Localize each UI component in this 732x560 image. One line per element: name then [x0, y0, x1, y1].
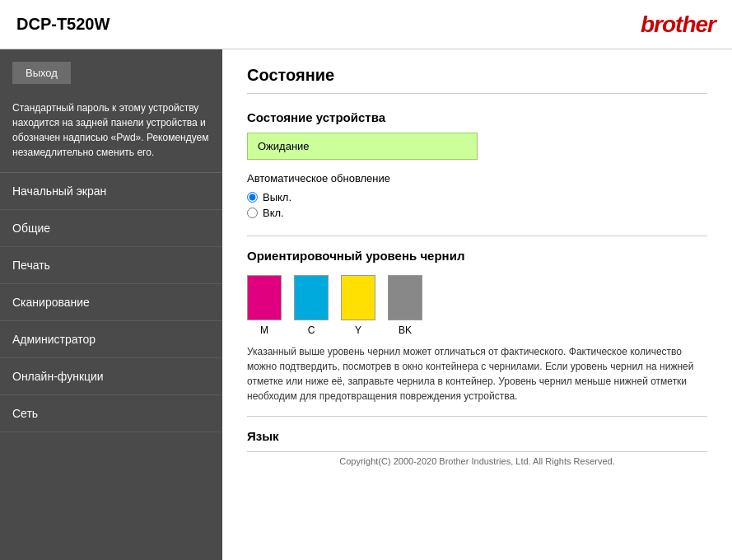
- ink-label-bk: BK: [399, 324, 412, 336]
- footer-text: Copyright(C) 2000-2020 Brother Industrie…: [339, 456, 614, 466]
- radio-off-label[interactable]: Выкл.: [247, 191, 707, 203]
- sidebar-item-admin[interactable]: Администратор: [0, 321, 222, 358]
- ink-bar-m: [247, 275, 282, 320]
- sidebar-logout-section: Выход: [12, 62, 210, 84]
- ink-bar-c: [294, 275, 329, 320]
- section-divider-1: [247, 236, 707, 236]
- ink-bars: M C Y BK: [247, 275, 707, 336]
- device-status-section-title: Состояние устройства: [247, 110, 707, 124]
- radio-on-label[interactable]: Вкл.: [247, 207, 707, 219]
- radio-off-input[interactable]: [247, 192, 258, 203]
- language-section-title: Язык: [247, 429, 707, 443]
- ink-bar-bk: [388, 275, 422, 320]
- ink-item-m: M: [247, 275, 282, 336]
- sidebar-warning-text: Стандартный пароль к этому устройству на…: [0, 96, 222, 172]
- sidebar: Выход Стандартный пароль к этому устройс…: [0, 49, 222, 560]
- ink-label-m: M: [260, 324, 268, 336]
- sidebar-item-online[interactable]: Онлайн-функции: [0, 358, 222, 395]
- auto-update-label: Автоматическое обновление: [247, 172, 707, 184]
- auto-update-radio-group: Выкл. Вкл.: [247, 191, 707, 219]
- brother-logo: brother: [641, 12, 716, 38]
- logout-button[interactable]: Выход: [12, 62, 71, 84]
- page-title: Состояние: [247, 66, 707, 94]
- sidebar-item-general[interactable]: Общие: [0, 210, 222, 247]
- ink-bar-y: [341, 275, 375, 320]
- sidebar-item-scan[interactable]: Сканирование: [0, 284, 222, 321]
- ink-item-y: Y: [341, 275, 375, 336]
- device-status-value: Ожидание: [247, 133, 478, 160]
- footer: Copyright(C) 2000-2020 Brother Industrie…: [247, 451, 707, 470]
- ink-section-title: Ориентировочный уровень чернил: [247, 249, 707, 263]
- device-name: DCP-T520W: [16, 15, 110, 34]
- sidebar-item-home[interactable]: Начальный экран: [0, 173, 222, 210]
- ink-note: Указанный выше уровень чернил может отли…: [247, 344, 700, 404]
- ink-item-c: C: [294, 275, 329, 336]
- header: DCP-T520W brother: [0, 0, 732, 49]
- main-content: Состояние Состояние устройства Ожидание …: [222, 49, 732, 560]
- radio-off-text: Выкл.: [263, 191, 291, 203]
- radio-on-text: Вкл.: [263, 207, 284, 219]
- section-divider-2: [247, 416, 707, 417]
- sidebar-item-network[interactable]: Сеть: [0, 395, 222, 432]
- ink-label-c: C: [308, 324, 315, 336]
- ink-item-bk: BK: [388, 275, 422, 336]
- ink-label-y: Y: [355, 324, 361, 336]
- radio-on-input[interactable]: [247, 208, 258, 218]
- sidebar-item-print[interactable]: Печать: [0, 247, 222, 284]
- main-layout: Выход Стандартный пароль к этому устройс…: [0, 49, 732, 560]
